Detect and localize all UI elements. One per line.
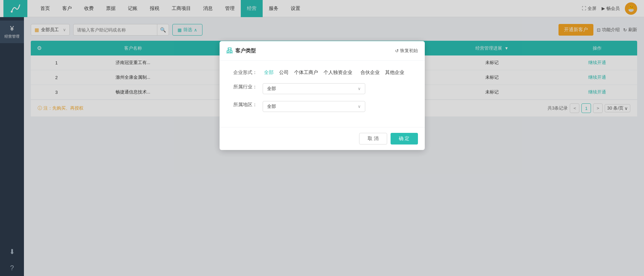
modal-title-icon: 品 xyxy=(226,47,233,55)
region-value: 全部 xyxy=(267,103,276,110)
enterprise-option-individual[interactable]: 个体工商户 xyxy=(293,69,319,76)
modal-reset-button[interactable]: ↺ 恢复初始 xyxy=(395,48,418,54)
enterprise-option-other[interactable]: 其他企业 xyxy=(384,69,406,76)
modal-body: 企业形式： 全部 公司 个体工商户 个人独资企业 合伙企业 其他企业 所属行业：… xyxy=(220,61,425,127)
region-label: 所属地区： xyxy=(230,101,257,108)
modal-title: 品 客户类型 xyxy=(226,47,256,55)
industry-form-row: 所属行业： 全部 ∨ xyxy=(230,83,415,94)
enterprise-option-partnership[interactable]: 合伙企业 xyxy=(359,69,381,76)
enterprise-form-label: 企业形式： xyxy=(230,69,257,76)
enterprise-option-sole[interactable]: 个人独资企业 xyxy=(322,69,354,76)
modal-footer: 取 消 确 定 xyxy=(220,127,425,150)
industry-dropdown-icon: ∨ xyxy=(358,86,361,91)
modal-title-text: 客户类型 xyxy=(235,48,256,54)
enterprise-options: 全部 公司 个体工商户 个人独资企业 合伙企业 其他企业 xyxy=(263,69,406,76)
confirm-button[interactable]: 确 定 xyxy=(391,133,418,145)
region-form-row: 所属地区： 全部 ∨ xyxy=(230,101,415,112)
modal-header: 品 客户类型 ↺ 恢复初始 xyxy=(220,41,425,61)
cancel-button[interactable]: 取 消 xyxy=(359,133,387,145)
industry-label: 所属行业： xyxy=(230,83,257,90)
industry-value: 全部 xyxy=(267,86,276,92)
industry-select[interactable]: 全部 ∨ xyxy=(263,83,365,94)
modal-overlay: 品 客户类型 ↺ 恢复初始 企业形式： 全部 公司 个体工商户 个人独资企业 合… xyxy=(0,0,644,276)
region-dropdown-icon: ∨ xyxy=(358,104,361,109)
reset-icon: ↺ xyxy=(395,48,399,53)
region-select[interactable]: 全部 ∨ xyxy=(263,101,365,112)
enterprise-option-company[interactable]: 公司 xyxy=(278,69,290,76)
customer-type-modal: 品 客户类型 ↺ 恢复初始 企业形式： 全部 公司 个体工商户 个人独资企业 合… xyxy=(220,41,425,150)
enterprise-form-row: 企业形式： 全部 公司 个体工商户 个人独资企业 合伙企业 其他企业 xyxy=(230,69,415,76)
enterprise-option-all[interactable]: 全部 xyxy=(263,69,275,76)
reset-label: 恢复初始 xyxy=(400,48,418,54)
